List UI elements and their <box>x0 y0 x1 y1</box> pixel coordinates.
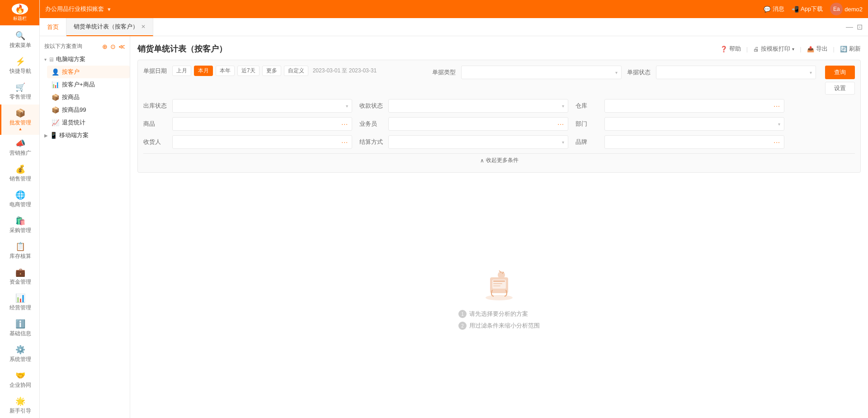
payment-select[interactable]: ▾ <box>388 99 568 113</box>
topnav-dropdown-icon[interactable]: ▾ <box>108 6 111 13</box>
enterprise-icon: 🤝 <box>15 370 25 380</box>
help-button[interactable]: ❓ 帮助 <box>720 45 741 53</box>
sidebar-item-wholesale[interactable]: 📦 批发管理 ▲ <box>0 104 39 135</box>
sidebar-item-enterprise[interactable]: 🤝 企业协同 <box>0 367 39 393</box>
tab-home[interactable]: 首页 <box>40 18 66 36</box>
purchase-icon: 🛍️ <box>15 216 25 226</box>
operations-icon: 📊 <box>15 293 25 303</box>
product-select[interactable]: ··· <box>172 117 352 131</box>
settlement-select[interactable]: ▾ <box>388 135 568 149</box>
date-btn-last-month[interactable]: 上月 <box>172 66 191 76</box>
close-tab-icon[interactable]: ✕ <box>141 24 146 30</box>
sidebar-item-ecommerce[interactable]: 🌐 电商管理 <box>0 186 39 212</box>
sidebar-item-system[interactable]: ⚙️ 系统管理 <box>0 341 39 367</box>
staff-col: 业务员 ··· <box>359 117 568 131</box>
by-customer-product-label: 按客户+商品 <box>62 81 95 89</box>
sidebar-item-label: 新手引导 <box>9 407 31 415</box>
bill-type-select[interactable]: ▾ <box>461 66 621 79</box>
settings-scheme-icon[interactable]: ⊙ <box>110 43 116 50</box>
app-download-button[interactable]: 📲 App下载 <box>792 5 823 13</box>
date-btn-last-7days[interactable]: 近7天 <box>237 66 259 76</box>
date-btn-this-year[interactable]: 本年 <box>216 66 235 76</box>
receiver-col: 收货人 ··· <box>143 135 352 149</box>
warehouse-dots: ··· <box>774 102 780 109</box>
sales-stats-tab-label: 销货单统计表（按客户） <box>74 23 138 31</box>
tree-parent-arrow: ▾ <box>44 57 47 62</box>
product-col: 商品 ··· <box>143 117 352 131</box>
collapse-bar[interactable]: ∧ 收起更多条件 <box>143 153 855 167</box>
help-label: 帮助 <box>729 45 741 53</box>
main-area: 办公用品行业模拟账套 ▾ 💬 消息 📲 App下载 Ea demo2 首页 <box>40 0 868 418</box>
refresh-button[interactable]: 🔄 刷新 <box>840 45 861 53</box>
basic-info-icon: ℹ️ <box>15 319 25 329</box>
export-button[interactable]: 📤 导出 <box>807 45 828 53</box>
print-label: 按模板打印 <box>761 45 790 53</box>
user-profile[interactable]: Ea demo2 <box>830 3 863 15</box>
sidebar-item-marketing[interactable]: 📣 营销推广 <box>0 135 39 161</box>
sidebar-item-sales[interactable]: 💰 销售管理 <box>0 161 39 186</box>
finance-icon: 💼 <box>15 267 25 277</box>
tree-child-by-customer-product[interactable]: 📊 按客户+商品 <box>47 78 130 91</box>
refresh-icon: 🔄 <box>840 46 847 52</box>
minimize-window-icon[interactable]: — <box>846 23 853 31</box>
sidebar-item-purchase[interactable]: 🛍️ 采购管理 <box>0 212 39 238</box>
tree-mobile-section[interactable]: ▶ 📱 移动端方案 <box>40 129 130 142</box>
marketing-icon: 📣 <box>15 138 25 148</box>
outbound-label: 出库状态 <box>143 102 169 110</box>
maximize-window-icon[interactable]: ⊡ <box>857 23 863 31</box>
settings-button[interactable]: 设置 <box>825 82 855 95</box>
sidebar-item-operations[interactable]: 📊 经营管理 <box>0 290 39 315</box>
tab-sales-stats[interactable]: 销货单统计表（按客户） ✕ <box>66 18 153 36</box>
sidebar-item-basic-info[interactable]: ℹ️ 基础信息 <box>0 315 39 341</box>
message-label: 消息 <box>773 5 784 13</box>
tree-parent-pc[interactable]: ▾ 🖥 电脑端方案 <box>40 53 130 66</box>
collapse-panel-icon[interactable]: ≪ <box>118 43 125 50</box>
left-panel-header: 按以下方案查询 ⊕ ⊙ ≪ <box>40 40 130 53</box>
sidebar-item-finance[interactable]: 💼 资金管理 <box>0 264 39 290</box>
sidebar-item-label: 库存核算 <box>9 252 31 260</box>
export-label: 导出 <box>816 45 828 53</box>
by-customer-icon: 👤 <box>52 68 59 76</box>
sidebar-item-label: 资金管理 <box>9 278 31 286</box>
tree-child-by-product-99[interactable]: 📦 按商品99 <box>47 104 130 116</box>
outbound-arrow: ▾ <box>346 104 348 109</box>
message-button[interactable]: 💬 消息 <box>764 5 784 13</box>
staff-select[interactable]: ··· <box>388 117 568 131</box>
print-button[interactable]: 🖨 按模板打印 ▾ <box>753 45 794 53</box>
sidebar-item-quick-nav[interactable]: ⚡ 快捷导航 <box>0 53 39 79</box>
svg-point-0 <box>486 295 513 300</box>
dept-select[interactable]: ▾ <box>604 117 784 131</box>
query-button[interactable]: 查询 <box>825 66 855 79</box>
date-btn-this-month[interactable]: 本月 <box>194 66 213 76</box>
tree-child-by-product[interactable]: 📦 按商品 <box>47 91 130 104</box>
sidebar-item-retail[interactable]: 🛒 零售管理 <box>0 79 39 104</box>
sidebar-item-search-menu[interactable]: 🔍 搜索菜单 <box>0 27 39 53</box>
tree-child-return-stats[interactable]: 📈 退货统计 <box>47 116 130 129</box>
sidebar-item-inventory[interactable]: 📋 库存核算 <box>0 238 39 264</box>
receiver-select[interactable]: ··· <box>172 135 352 149</box>
date-btn-custom[interactable]: 自定义 <box>284 66 308 76</box>
date-buttons-group: 上月 本月 本年 近7天 更多 自定义 2023-03-01 至 2023-03… <box>172 66 427 76</box>
collapse-up-icon: ∧ <box>480 157 484 164</box>
top-nav: 办公用品行业模拟账套 ▾ 💬 消息 📲 App下载 Ea demo2 <box>40 0 868 18</box>
warehouse-select[interactable]: ··· <box>604 99 784 113</box>
tree-child-by-customer[interactable]: 👤 按客户 <box>47 66 130 78</box>
print-dropdown-icon: ▾ <box>792 47 794 52</box>
svg-rect-4 <box>493 283 502 284</box>
sidebar-logo: 🔥 标题栏 <box>0 0 39 25</box>
sales-icon: 💰 <box>15 164 25 174</box>
add-scheme-icon[interactable]: ⊕ <box>102 43 108 50</box>
date-filter-col: 单据日期 上月 本月 本年 近7天 更多 自定义 2023-03-01 至 20… <box>143 66 427 76</box>
brand-select[interactable]: ··· <box>604 135 784 149</box>
bill-status-select[interactable]: ▾ <box>656 66 816 79</box>
outbound-select[interactable]: ▾ <box>172 99 352 113</box>
sidebar-item-newbie[interactable]: 🌟 新手引导 <box>0 393 39 418</box>
empty-hints: 1 请先选择要分析的方案 2 用过滤条件来缩小分析范围 <box>458 310 540 330</box>
topnav-right: 💬 消息 📲 App下载 Ea demo2 <box>764 3 863 15</box>
wholesale-icon: 📦 <box>15 108 25 118</box>
outbound-col: 出库状态 ▾ <box>143 99 352 113</box>
date-btn-more[interactable]: 更多 <box>262 66 281 76</box>
staff-dots: ··· <box>557 120 564 128</box>
svg-rect-5 <box>493 285 500 286</box>
dept-label: 部门 <box>576 120 601 128</box>
